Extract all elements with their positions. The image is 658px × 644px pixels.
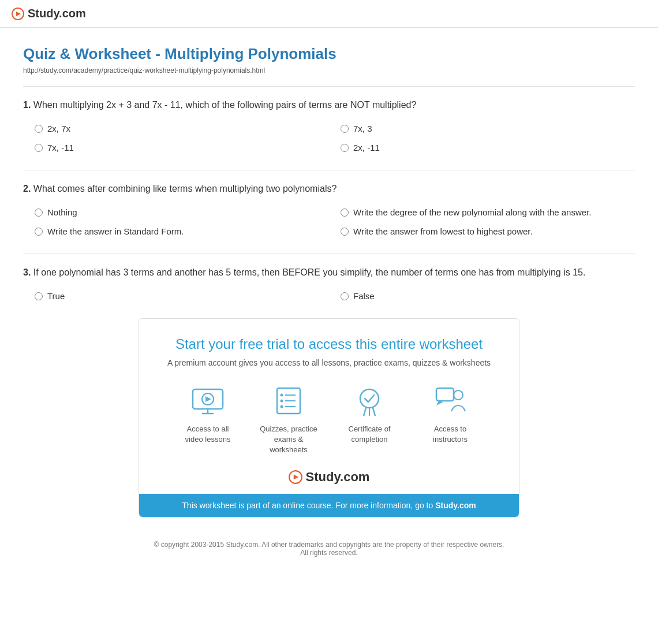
q1-divider (23, 170, 635, 170)
option-1a-label: 2x, 7x (47, 124, 70, 133)
option-1d-label: 2x, -11 (353, 143, 380, 152)
question-2: 2. What comes after combining like terms… (23, 182, 635, 236)
option-1d[interactable]: 2x, -11 (341, 143, 635, 152)
option-3b[interactable]: False (341, 291, 635, 301)
question-3-text: 3. If one polynomial has 3 terms and ano… (23, 266, 635, 280)
option-3a[interactable]: True (35, 291, 329, 301)
logo[interactable]: Study.com (12, 7, 86, 20)
promo-logo-text: Study.com (306, 470, 370, 485)
feature-certificate: Certificate ofcompletion (338, 384, 401, 456)
feature-quizzes-label: Quizzes, practiceexams & worksheets (257, 424, 320, 456)
question-1-text: 1. When multiplying 2x + 3 and 7x - 11, … (23, 98, 635, 112)
svg-marker-1 (16, 12, 21, 16)
option-2a-label: Nothing (47, 207, 77, 217)
radio-1a[interactable] (35, 125, 43, 133)
quizzes-icon (271, 384, 306, 418)
page-title: Quiz & Worksheet - Multiplying Polynomia… (23, 45, 635, 63)
svg-point-14 (360, 389, 379, 408)
header-divider (23, 86, 635, 87)
promo-box: Start your free trial to access this ent… (139, 318, 519, 518)
promo-logo-icon (289, 470, 302, 484)
question-1: 1. When multiplying 2x + 3 and 7x - 11, … (23, 98, 635, 152)
option-2d[interactable]: Write the answer from lowest to highest … (341, 226, 635, 236)
header: Study.com (0, 0, 658, 28)
option-3a-label: True (47, 291, 65, 301)
radio-2c[interactable] (35, 228, 43, 236)
feature-video: Access to allvideo lessons (176, 384, 240, 456)
logo-text: Study.com (28, 7, 86, 20)
svg-marker-22 (293, 474, 298, 479)
option-2d-label: Write the answer from lowest to highest … (353, 226, 533, 236)
option-1b-label: 7x, 3 (353, 124, 372, 133)
option-2a[interactable]: Nothing (35, 207, 329, 217)
footer: © copyright 2003-2015 Study.com. All oth… (23, 529, 635, 568)
option-1c[interactable]: 7x, -11 (35, 143, 329, 152)
svg-point-10 (281, 405, 283, 408)
option-1c-label: 7x, -11 (47, 143, 74, 152)
svg-point-8 (281, 394, 283, 397)
logo-icon (12, 8, 24, 20)
promo-logo: Study.com (162, 470, 496, 485)
option-2c-label: Write the answer in Standard Form. (47, 226, 184, 236)
radio-1c[interactable] (35, 144, 43, 152)
promo-banner: This worksheet is part of an online cour… (139, 494, 519, 517)
question-3-options: True False (23, 291, 635, 301)
radio-1d[interactable] (341, 144, 349, 152)
page-url: http://study.com/academy/practice/quiz-w… (23, 66, 635, 75)
q2-divider (23, 254, 635, 254)
footer-rights: All rights reserved. (35, 549, 623, 557)
svg-point-9 (281, 400, 283, 403)
radio-2b[interactable] (341, 209, 349, 217)
option-1b[interactable]: 7x, 3 (341, 124, 635, 133)
question-2-text: 2. What comes after combining like terms… (23, 182, 635, 196)
option-1a[interactable]: 2x, 7x (35, 124, 329, 133)
video-lessons-icon (190, 384, 225, 418)
radio-1b[interactable] (341, 125, 349, 133)
option-2b[interactable]: Write the degree of the new polynomial a… (341, 207, 635, 217)
radio-3b[interactable] (341, 292, 349, 300)
promo-features: Access to allvideo lessons Quizzes, prac… (162, 384, 496, 456)
feature-certificate-label: Certificate ofcompletion (349, 424, 391, 445)
feature-instructors-label: Access toinstructors (433, 424, 468, 445)
option-2b-label: Write the degree of the new polynomial a… (353, 207, 591, 217)
svg-line-16 (373, 408, 375, 416)
option-2c[interactable]: Write the answer in Standard Form. (35, 226, 329, 236)
certificate-icon (352, 384, 387, 418)
feature-instructors: Access toinstructors (418, 384, 482, 456)
question-3: 3. If one polynomial has 3 terms and ano… (23, 266, 635, 301)
instructors-icon (433, 384, 468, 418)
question-2-options: Nothing Write the degree of the new poly… (23, 207, 635, 236)
option-3b-label: False (353, 291, 375, 301)
svg-marker-4 (205, 396, 211, 402)
question-1-options: 2x, 7x 7x, 3 7x, -11 2x, -11 (23, 124, 635, 152)
radio-2d[interactable] (341, 228, 349, 236)
svg-line-15 (364, 408, 366, 416)
svg-rect-18 (436, 388, 454, 401)
promo-banner-link[interactable]: Study.com (435, 501, 476, 510)
feature-quizzes: Quizzes, practiceexams & worksheets (257, 384, 320, 456)
footer-copyright: © copyright 2003-2015 Study.com. All oth… (35, 541, 623, 549)
promo-subtitle: A premium account gives you access to al… (162, 358, 496, 367)
feature-video-label: Access to allvideo lessons (185, 424, 231, 445)
svg-point-20 (454, 390, 463, 400)
promo-title: Start your free trial to access this ent… (162, 336, 496, 352)
radio-3a[interactable] (35, 292, 43, 300)
radio-2a[interactable] (35, 209, 43, 217)
